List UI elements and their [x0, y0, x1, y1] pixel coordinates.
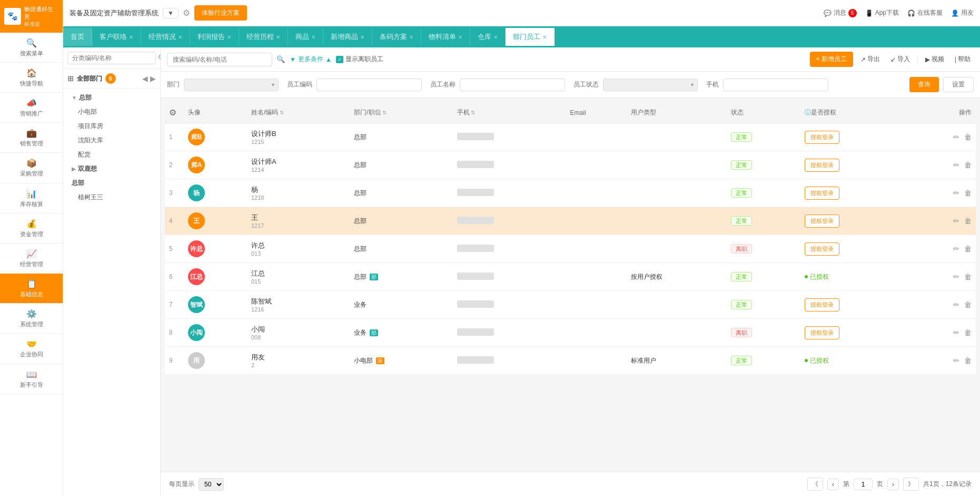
trial-button[interactable]: 体验行业方案 [194, 5, 247, 21]
sidebar-item-search-menu[interactable]: 🔍 搜索菜单 [0, 33, 63, 63]
tab-profit[interactable]: 利润报告 ✕ [190, 28, 239, 46]
tab-operations[interactable]: 经营情况 ✕ [141, 28, 190, 46]
sidebar-item-sales[interactable]: 💼 销售管理 [0, 123, 63, 153]
sidebar-item-marketing[interactable]: 📣 营销推广 [0, 93, 63, 123]
export-button[interactable]: ↗ 导出 [857, 53, 883, 66]
delete-icon[interactable]: 🗑 [964, 161, 972, 169]
col-name-code[interactable]: 姓名/编码 [247, 102, 350, 123]
dept-search-input[interactable] [67, 52, 156, 64]
tab-close-icon[interactable]: ✕ [276, 34, 280, 40]
phone-input[interactable] [723, 79, 828, 91]
emp-status-select[interactable] [603, 79, 698, 91]
sidebar-item-system[interactable]: ⚙️ 系统管理 [0, 304, 63, 334]
page-number-input[interactable] [854, 479, 873, 490]
col-dept-position[interactable]: 部门/职位 [350, 102, 452, 123]
delete-icon[interactable]: 🗑 [964, 189, 972, 197]
sidebar-item-guide[interactable]: 📖 新手引导 [0, 364, 63, 394]
tab-customer[interactable]: 客户联络 ✕ [92, 28, 141, 46]
next-page-button[interactable]: › [887, 479, 899, 490]
tab-bom[interactable]: 物料清单 ✕ [421, 28, 470, 46]
sidebar-item-enterprise[interactable]: 🤝 企业协同 [0, 334, 63, 364]
tab-close-icon[interactable]: ✕ [227, 34, 231, 40]
dept-node-project[interactable]: 项目库房 [63, 119, 160, 133]
help-button[interactable]: | 帮助 [952, 53, 974, 66]
dept-node-peihuo[interactable]: 配货 [63, 148, 160, 162]
tab-new-goods[interactable]: 新增商品 ✕ [323, 28, 372, 46]
edit-icon[interactable]: ✏ [953, 161, 959, 169]
sidebar-item-inventory[interactable]: 📊 库存核算 [0, 183, 63, 213]
edit-icon[interactable]: ✏ [953, 356, 959, 365]
tab-employees[interactable]: 部门员工 ✕ [506, 28, 555, 46]
tab-warehouse[interactable]: 仓库 ✕ [470, 28, 506, 46]
expand-btn[interactable]: ▶ [150, 74, 156, 83]
tab-close-icon[interactable]: ✕ [129, 34, 133, 40]
edit-icon[interactable]: ✏ [953, 133, 959, 141]
delete-icon[interactable]: 🗑 [964, 300, 972, 309]
import-button[interactable]: ↙ 导入 [887, 53, 913, 66]
dept-filter-select[interactable] [184, 79, 279, 91]
reset-button[interactable]: 设置 [943, 77, 974, 92]
show-resigned-checkbox[interactable]: ✓ 显示离职员工 [336, 55, 383, 64]
sidebar-item-purchase[interactable]: 📦 采购管理 [0, 153, 63, 183]
dept-node-zb2[interactable]: 总部 [63, 176, 160, 190]
dept-node-zhishu[interactable]: 植树王三 [63, 190, 160, 205]
emp-code-input[interactable] [316, 79, 422, 91]
tab-close-icon[interactable]: ✕ [311, 34, 315, 40]
dept-node-zongbu[interactable]: ▼ 总部 [63, 91, 160, 105]
view-button[interactable]: ▶ 视频 [922, 53, 947, 66]
auth-login-button[interactable]: 授权登录 [805, 298, 839, 312]
emp-name-input[interactable] [460, 79, 565, 91]
auth-login-button[interactable]: 授权登录 [805, 326, 839, 339]
auth-login-button[interactable]: 授权登录 [805, 215, 839, 228]
tab-history[interactable]: 经营历程 ✕ [239, 28, 288, 46]
tab-close-icon[interactable]: ✕ [178, 34, 182, 40]
delete-icon[interactable]: 🗑 [964, 245, 972, 253]
edit-icon[interactable]: ✏ [953, 245, 959, 253]
sidebar-item-operations[interactable]: 📈 经营管理 [0, 244, 63, 274]
delete-icon[interactable]: 🗑 [964, 328, 972, 337]
tab-close-icon[interactable]: ✕ [493, 34, 498, 40]
delete-icon[interactable]: 🗑 [964, 356, 972, 365]
dept-node-xiaodian[interactable]: 小电部 [63, 105, 160, 119]
first-page-button[interactable]: 《 [807, 478, 823, 491]
delete-icon[interactable]: 🗑 [964, 217, 972, 225]
auth-login-button[interactable]: 授权登录 [805, 242, 839, 256]
message-btn[interactable]: 💬 消息 6 [824, 8, 857, 17]
employee-search-input[interactable] [167, 53, 272, 66]
app-download-btn[interactable]: 📱 App下载 [865, 8, 899, 17]
delete-icon[interactable]: 🗑 [964, 273, 972, 281]
edit-icon[interactable]: ✏ [953, 328, 959, 337]
settings-icon[interactable]: ⚙ [183, 8, 190, 18]
add-employee-button[interactable]: + 新增员工 [810, 52, 853, 67]
prev-page-button[interactable]: ‹ [827, 479, 839, 490]
delete-icon[interactable]: 🗑 [964, 133, 972, 141]
edit-icon[interactable]: ✏ [953, 217, 959, 225]
settings-icon[interactable]: ⚙ [169, 108, 176, 117]
user-avatar[interactable]: 👤 用友 [951, 8, 974, 17]
last-page-button[interactable]: 》 [903, 478, 919, 491]
edit-icon[interactable]: ✏ [953, 300, 959, 309]
page-size-select[interactable]: 50 [199, 478, 224, 491]
dept-node-shuanglu[interactable]: ▶ 双鹿想 [63, 162, 160, 176]
sidebar-item-quick-nav[interactable]: 🏠 快捷导航 [0, 63, 63, 93]
auth-login-button[interactable]: 授权登录 [805, 131, 839, 144]
query-button[interactable]: 查询 [909, 77, 939, 92]
employee-search-button[interactable]: 🔍 [276, 55, 285, 63]
auth-login-button[interactable]: 授权登录 [805, 159, 839, 172]
tab-close-icon[interactable]: ✕ [542, 34, 547, 40]
more-filters-button[interactable]: ▼ 更多条件 ▲ [290, 55, 332, 64]
dept-node-shenyang[interactable]: 沈阳大库 [63, 133, 160, 148]
edit-icon[interactable]: ✏ [953, 189, 959, 197]
tab-close-icon[interactable]: ✕ [458, 34, 462, 40]
tab-barcode[interactable]: 条码方案 ✕ [372, 28, 421, 46]
online-service-btn[interactable]: 🎧 在线客服 [907, 8, 943, 17]
tab-close-icon[interactable]: ✕ [360, 34, 364, 40]
auth-login-button[interactable]: 授权登录 [805, 187, 839, 200]
system-dropdown[interactable]: ▼ [163, 8, 179, 18]
sidebar-item-finance[interactable]: 💰 资金管理 [0, 213, 63, 244]
tab-goods[interactable]: 商品 ✕ [288, 28, 323, 46]
collapse-btn[interactable]: ◀ [142, 74, 148, 83]
tab-home[interactable]: 首页 [63, 28, 92, 46]
tab-close-icon[interactable]: ✕ [409, 34, 413, 40]
sidebar-item-basic-info[interactable]: 📋 基础信息 [0, 274, 63, 304]
